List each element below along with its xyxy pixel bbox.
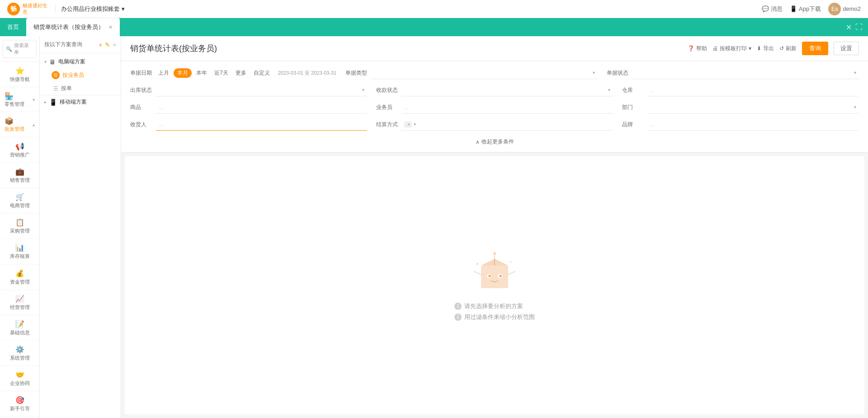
app-download-label: App下载 xyxy=(799,5,821,13)
date-tab-last-month[interactable]: 上月 xyxy=(156,68,172,78)
sidebar-item-sales-mgmt[interactable]: 💼 销售管理 xyxy=(0,163,39,188)
newbie-icon: 🎯 xyxy=(15,396,24,404)
brand-placeholder: ... xyxy=(650,121,856,128)
page-title: 销货单统计表(按业务员) xyxy=(130,43,217,59)
svg-point-4 xyxy=(489,275,491,277)
date-tab-last-7[interactable]: 近7天 xyxy=(212,68,231,78)
tab-minimize-btn[interactable]: ✕ xyxy=(846,23,852,32)
sales-mgmt-label: 销售管理 xyxy=(10,177,30,183)
settlement-tag-close[interactable]: × xyxy=(407,122,410,127)
scheme-collapse-btn[interactable]: « xyxy=(113,42,116,48)
finance-label: 资金管理 xyxy=(10,279,30,285)
logo-area: 畅 畅捷通好生意 xyxy=(7,3,50,15)
scheme-sub-by-salesperson[interactable]: 按 按业务员 xyxy=(40,68,121,82)
sidebar-item-basic-info[interactable]: 📝 基础信息 xyxy=(0,315,39,341)
sidebar-item-wholesale[interactable]: 📦 批发管理 ▴ xyxy=(0,112,39,137)
filter-row-4: 收货人 ... 结算方式 × ▾ xyxy=(130,118,859,131)
tab-home[interactable]: 首页 xyxy=(0,18,26,36)
inventory-label: 库存核算 xyxy=(10,253,30,259)
scheme-mobile-group-header[interactable]: ▸ 📱 移动端方案 xyxy=(40,95,121,109)
out-status-label: 出库状态 xyxy=(130,86,156,94)
sidebar-search-label: 搜索菜单 xyxy=(14,42,33,56)
app-download-action[interactable]: 📱 App下载 xyxy=(790,5,821,13)
sidebar-item-purchase[interactable]: 📋 采购管理 xyxy=(0,214,39,239)
date-tab-this-month[interactable]: 本月 xyxy=(174,68,192,78)
sidebar-search-btn[interactable]: 🔍 搜索菜单 xyxy=(3,40,37,58)
sidebar-item-quick-nav[interactable]: ⭐ 快捷导航 xyxy=(0,62,39,87)
settings-btn[interactable]: 设置 xyxy=(834,42,859,55)
date-tab-custom[interactable]: 自定义 xyxy=(251,68,273,78)
tip-num-1: 1 xyxy=(454,303,462,310)
refresh-label: 刷新 xyxy=(786,45,797,52)
settlement-arrow: ▾ xyxy=(414,122,416,127)
settlement-control[interactable]: × ▾ xyxy=(401,118,613,131)
main-content: 销货单统计表(按业务员) ❓ 帮助 🖨 按模板打印 ▾ ⬇ 导出 xyxy=(121,36,868,418)
doc-status-control[interactable]: ▾ xyxy=(632,66,859,79)
brand-control[interactable]: ... xyxy=(647,118,859,131)
sidebar-search-area: 🔍 搜索菜单 xyxy=(0,36,39,62)
sidebar-item-marketing[interactable]: 📢 营销推广 xyxy=(0,138,39,163)
filter-row-date: 单据日期 上月 本月 本年 近7天 更多 自定义 2023-03-01 至 20… xyxy=(130,66,859,79)
date-label: 单据日期 xyxy=(130,69,156,77)
mobile-expand-arrow: ▸ xyxy=(44,100,47,104)
sidebar: 🔍 搜索菜单 ⭐ 快捷导航 🏪 零售管理 ▾ 📦 批发管理 ▴ 📢 营销推广 xyxy=(0,36,40,418)
tab-bar: 首页 销货单统计表（按业务员） ✕ ✕ ⛶ xyxy=(0,18,868,36)
refresh-btn[interactable]: ↺ 刷新 xyxy=(779,45,797,52)
collapse-more-btn[interactable]: ∧ 收起更多条件 xyxy=(476,138,514,146)
doc-status-label: 单据状态 xyxy=(607,69,632,77)
help-btn[interactable]: ❓ 帮助 xyxy=(688,45,707,52)
consignee-control[interactable]: ... xyxy=(156,118,367,131)
scheme-mobile-group: ▸ 📱 移动端方案 xyxy=(40,95,121,109)
query-btn[interactable]: 查询 xyxy=(802,42,828,55)
tab-expand-btn[interactable]: ⛶ xyxy=(855,23,863,31)
sidebar-item-operations[interactable]: 📈 经营管理 xyxy=(0,290,39,315)
sidebar-item-enterprise[interactable]: 🤝 企业协同 xyxy=(0,366,39,391)
operations-icon: 📈 xyxy=(15,294,24,303)
retail-icon: 🏪 xyxy=(5,92,14,100)
message-action[interactable]: 💬 消息 xyxy=(762,5,783,13)
sidebar-item-inventory[interactable]: 📊 库存核算 xyxy=(0,239,39,264)
sidebar-item-ecommerce[interactable]: 🛒 电商管理 xyxy=(0,188,39,214)
user-action[interactable]: Ea demo2 xyxy=(828,3,861,15)
svg-point-5 xyxy=(500,275,502,277)
system-icon: ⚙️ xyxy=(15,345,24,354)
print-btn[interactable]: 🖨 按模板打印 ▾ xyxy=(712,45,751,52)
out-status-control[interactable]: ▾ xyxy=(156,84,367,96)
tab-close-btn[interactable]: ✕ xyxy=(108,24,113,30)
tab-sales-stat[interactable]: 销货单统计表（按业务员） ✕ xyxy=(26,18,120,36)
print-label: 按模板打印 xyxy=(720,45,747,52)
app-selector[interactable]: 办公用品行业模拟账套 ▾ xyxy=(55,5,125,13)
sidebar-item-finance[interactable]: 💰 资金管理 xyxy=(0,265,39,290)
dept-control[interactable]: ▾ xyxy=(647,101,859,114)
wholesale-label: 批发管理 xyxy=(5,126,24,132)
page-header: 销货单统计表(按业务员) ❓ 帮助 🖨 按模板打印 ▾ ⬇ 导出 xyxy=(121,36,868,61)
salesperson-placeholder: ... xyxy=(404,104,610,110)
sidebar-item-retail[interactable]: 🏪 零售管理 ▾ xyxy=(0,87,39,112)
scheme-add-btn[interactable]: + xyxy=(99,41,102,48)
sidebar-item-newbie[interactable]: 🎯 新手引导 xyxy=(0,391,39,417)
scheme-actions: + ✎ « xyxy=(99,41,116,48)
doc-type-arrow: ▾ xyxy=(593,70,595,75)
salesperson-control[interactable]: ... xyxy=(401,101,613,114)
ecommerce-label: 电商管理 xyxy=(10,203,30,209)
goods-control[interactable]: ... xyxy=(156,101,367,114)
date-tab-this-year[interactable]: 本年 xyxy=(193,68,210,78)
inventory-icon: 📊 xyxy=(15,243,24,252)
export-icon: ⬇ xyxy=(757,45,761,52)
date-filter: 单据日期 上月 本月 本年 近7天 更多 自定义 2023-03-01 至 20… xyxy=(130,68,336,78)
collapse-arrow-icon: ∧ xyxy=(476,139,480,145)
svg-text:✦: ✦ xyxy=(509,260,512,264)
tab-bar-actions: ✕ ⛶ xyxy=(846,23,868,32)
sidebar-item-system[interactable]: ⚙️ 系统管理 xyxy=(0,341,39,366)
dept-arrow: ▾ xyxy=(854,104,856,109)
date-tab-more[interactable]: 更多 xyxy=(233,68,249,78)
doc-type-control[interactable]: ▾ xyxy=(371,66,598,79)
export-btn[interactable]: ⬇ 导出 xyxy=(757,45,774,52)
warehouse-control[interactable]: ... xyxy=(647,84,859,96)
goods-placeholder: ... xyxy=(158,104,364,110)
receipt-status-control[interactable]: ▾ xyxy=(401,84,613,96)
scheme-sub-by-order[interactable]: ☰ 按单 xyxy=(40,82,121,95)
help-icon: ❓ xyxy=(688,45,694,52)
scheme-edit-btn[interactable]: ✎ xyxy=(105,41,110,48)
scheme-pc-group-header[interactable]: ▾ 🖥 电脑端方案 xyxy=(40,55,121,68)
